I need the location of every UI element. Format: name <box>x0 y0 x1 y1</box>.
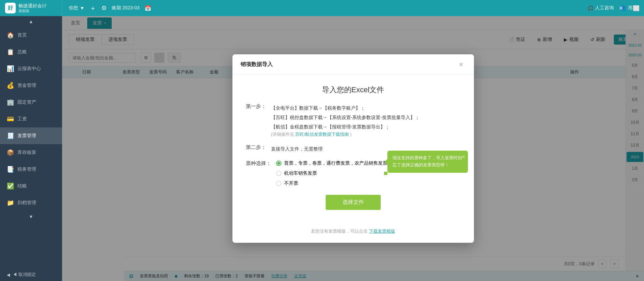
archive-icon: 📁 <box>7 199 14 207</box>
sidebar-label-invoice: 发票管理 <box>17 133 36 139</box>
step1-note: (详细操作见 百旺/航信发票数据下载指南 ) <box>271 131 420 137</box>
sidebar-label-home: 首页 <box>17 32 27 38</box>
sidebar-item-cloud[interactable]: 📊 云报表中心 <box>0 60 62 77</box>
radio-no-ticket[interactable]: 不开票 <box>276 180 387 186</box>
radio-motor-wrapper: 机动车销售发票 × 现在支持的票种多了，导入发票时别忘了选择正确的发票类型呀！ <box>276 170 387 176</box>
sidebar-item-archive[interactable]: 📁 归档管理 <box>0 194 62 211</box>
maximize-window-button[interactable]: ⬜ <box>629 0 644 16</box>
period-label: 账期 2023-03 <box>112 5 140 11</box>
inventory-icon: 📦 <box>7 149 14 156</box>
company-selector[interactable]: 你您 ▼ <box>69 5 85 11</box>
radio-group: 普票，专票，卷票，通行费发票，农产品销售发票 机动车销售发票 <box>271 160 387 186</box>
tooltip-text: 现在支持的票种多了，导入发票时别忘了选择正确的发票类型呀！ <box>392 155 462 167</box>
settings-icon[interactable]: ⚙ <box>101 4 107 12</box>
salary-icon: 💳 <box>7 115 14 123</box>
logo-icon: 好 <box>5 3 16 13</box>
modal-main-title: 导入您的Excel文件 <box>246 85 461 95</box>
radio-label-motor: 机动车销售发票 <box>284 170 317 176</box>
tooltip-close-button[interactable]: × <box>462 153 465 161</box>
window-controls: ✕ ⬜ <box>613 0 644 16</box>
sidebar-label-checkout: 结账 <box>17 183 27 189</box>
sidebar-item-invoice[interactable]: 🧾 发票管理 <box>0 127 62 144</box>
modal-title: 销项数据导入 <box>240 61 273 68</box>
tooltip-bubble: × 现在支持的票种多了，导入发票时别忘了选择正确的发票类型呀！ <box>387 151 468 173</box>
logo-text: 畅捷通好会计 旗舰版 <box>18 3 47 13</box>
sidebar: ▲ 🏠 首页 📋 总账 📊 云报表中心 💰 资金管理 🏢 固定资产 💳 工资 🧾… <box>0 16 62 281</box>
select-file-button[interactable]: 选择文件 <box>326 195 381 210</box>
invoice-icon: 🧾 <box>7 132 14 139</box>
sidebar-label-ledger: 总账 <box>17 49 27 55</box>
modal-footer: 若您没有发票模版，可以点击 下载发票模版 <box>232 228 474 243</box>
header-middle: 你您 ▼ ＋ ⚙ 账期 2023-03 📅 <box>62 4 588 13</box>
assets-icon: 🏢 <box>7 99 14 106</box>
radio-circle-motor <box>276 171 281 176</box>
sidebar-item-home[interactable]: 🏠 首页 <box>0 27 62 44</box>
home-icon: 🏠 <box>7 32 14 39</box>
ticket-section: 票种选择： 普票，专票，卷票，通行费发票，农产品销售发票 <box>246 160 461 186</box>
radio-motor[interactable]: 机动车销售发票 <box>276 170 317 176</box>
sidebar-item-assets[interactable]: 🏢 固定资产 <box>0 94 62 111</box>
step2-content: 直接导入文件，无需整理 <box>271 146 323 152</box>
modal-footer-text: 若您没有发票模版，可以点击 <box>311 229 368 234</box>
sidebar-item-salary[interactable]: 💳 工资 <box>0 111 62 127</box>
step1-link[interactable]: 百旺/航信发票数据下载指南 <box>295 132 349 137</box>
sidebar-unpin-button[interactable]: ◀ ◀ 取消固定 <box>0 268 62 281</box>
cloud-icon: 📊 <box>7 65 14 72</box>
sidebar-label-cloud: 云报表中心 <box>17 66 41 72</box>
add-button[interactable]: ＋ <box>90 4 96 13</box>
sidebar-item-funds[interactable]: 💰 资金管理 <box>0 77 62 94</box>
sidebar-scroll-down[interactable]: ▼ <box>0 211 62 222</box>
ticket-label: 票种选择： <box>246 160 271 167</box>
sidebar-item-tax[interactable]: 📑 税务管理 <box>0 161 62 178</box>
top-header: 好 畅捷通好会计 旗舰版 你您 ▼ ＋ ⚙ 账期 2023-03 📅 🎧 人工咨… <box>0 0 644 16</box>
modal-header: 销项数据导入 × <box>232 54 474 75</box>
radio-label-no-ticket: 不开票 <box>284 180 298 186</box>
sidebar-label-inventory: 库存核算 <box>17 150 36 156</box>
step1-label: 第一步： <box>246 103 266 135</box>
modal-overlay: 销项数据导入 × 导入您的Excel文件 第一步： 【全电平台】数据下载→【税务… <box>62 16 644 281</box>
step1-section: 第一步： 【全电平台】数据下载→【税务数字账户】； 【百旺】税控盘数据下载→【系… <box>246 103 461 137</box>
checkout-icon: ✅ <box>7 182 14 190</box>
step1-line3: 【航信】金税盘数据下载→【报税管理-发票数据导出】； <box>271 122 420 131</box>
funds-icon: 💰 <box>7 82 14 89</box>
sidebar-item-inventory[interactable]: 📦 库存核算 <box>0 144 62 161</box>
radio-normal[interactable]: 普票，专票，卷票，通行费发票，农产品销售发票 <box>276 160 387 166</box>
sidebar-label-assets: 固定资产 <box>17 99 36 105</box>
radio-dot-normal <box>277 162 280 165</box>
tooltip-anchor-dot <box>384 172 387 175</box>
sidebar-label-tax: 税务管理 <box>17 166 36 172</box>
ai-service[interactable]: 🎧 人工咨询 <box>588 5 614 11</box>
close-window-button[interactable]: ✕ <box>613 0 629 16</box>
radio-circle-normal <box>276 161 281 166</box>
download-template-link[interactable]: 下载发票模版 <box>369 229 395 234</box>
sidebar-scroll-up[interactable]: ▲ <box>0 16 62 27</box>
logo-area: 好 畅捷通好会计 旗舰版 <box>0 0 62 16</box>
radio-label-normal: 普票，专票，卷票，通行费发票，农产品销售发票 <box>284 160 387 166</box>
step1-line1: 【全电平台】数据下载→【税务数字账户】； <box>271 103 420 113</box>
sidebar-item-checkout[interactable]: ✅ 结账 <box>0 178 62 194</box>
import-modal: 销项数据导入 × 导入您的Excel文件 第一步： 【全电平台】数据下载→【税务… <box>232 54 474 243</box>
step2-label: 第二步： <box>246 144 266 151</box>
sidebar-item-ledger[interactable]: 📋 总账 <box>0 44 62 60</box>
unpin-icon: ◀ <box>7 272 10 277</box>
sidebar-label-salary: 工资 <box>17 116 27 122</box>
sidebar-label-funds: 资金管理 <box>17 82 36 89</box>
ledger-icon: 📋 <box>7 48 14 56</box>
modal-close-button[interactable]: × <box>457 60 466 69</box>
step1-line2: 【百旺】税控盘数据下载→【系统设置-系统参数设置-发票批量导入】； <box>271 113 420 122</box>
tax-icon: 📑 <box>7 166 14 173</box>
sidebar-label-archive: 归档管理 <box>17 200 36 206</box>
modal-body: 导入您的Excel文件 第一步： 【全电平台】数据下载→【税务数字账户】； 【百… <box>232 75 474 228</box>
radio-circle-no-ticket <box>276 181 281 186</box>
calendar-icon[interactable]: 📅 <box>145 5 151 11</box>
